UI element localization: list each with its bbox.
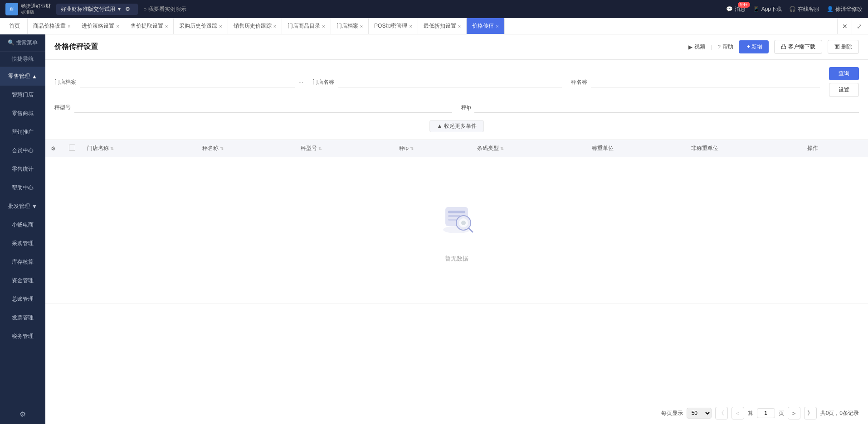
marketing-label: 营销推广 bbox=[12, 128, 34, 136]
page-actions: ▶ 视频 | ? 帮助 + 新增 凸 客户端下载 bbox=[688, 40, 859, 54]
tab-sales-history[interactable]: 销售历史价跟踪 × bbox=[228, 18, 282, 34]
tab-store-catalog[interactable]: 门店商品目录 × bbox=[282, 18, 331, 34]
query-button[interactable]: 查询 bbox=[829, 67, 859, 80]
sidebar-item-finance[interactable]: 资金管理 bbox=[0, 271, 45, 290]
store-profile-input[interactable] bbox=[80, 77, 295, 87]
sidebar-item-purchase[interactable]: 采购管理 bbox=[0, 234, 45, 253]
close-icon[interactable]: × bbox=[409, 24, 412, 29]
close-icon[interactable]: × bbox=[68, 24, 70, 29]
th-non-weight-unit: 非称重单位 bbox=[686, 140, 802, 157]
sort-icon[interactable]: ⇅ bbox=[500, 146, 504, 151]
tab-sale-price[interactable]: 售价提取设置 × bbox=[125, 18, 174, 34]
close-icon[interactable]: × bbox=[165, 24, 168, 29]
chevron-up-icon: ▲ bbox=[32, 73, 37, 80]
messages-button[interactable]: 💬 消息 99+ bbox=[726, 5, 746, 13]
online-service-button[interactable]: 🎧 在线客服 bbox=[789, 5, 819, 13]
first-page-button[interactable]: 《 bbox=[715, 407, 728, 419]
close-icon[interactable]: × bbox=[116, 24, 119, 29]
next-page-button[interactable]: > bbox=[788, 407, 800, 419]
demo-link[interactable]: ○ 我要看实例演示 bbox=[143, 5, 186, 13]
collapse-label: ▲ 收起更多条件 bbox=[437, 122, 476, 130]
dots-icon[interactable]: ··· bbox=[298, 78, 304, 86]
ecommerce-label: 小畅电商 bbox=[12, 221, 34, 229]
tab-sale-price-label: 售价提取设置 bbox=[131, 22, 163, 30]
scale-model-input[interactable] bbox=[74, 102, 452, 113]
svg-rect-2 bbox=[448, 211, 465, 213]
user-area[interactable]: 👤 徐泽华修改 bbox=[827, 5, 863, 13]
tax-label: 税务管理 bbox=[12, 332, 34, 340]
help-link[interactable]: ? 帮助 bbox=[717, 43, 733, 51]
sidebar-item-retail-mall[interactable]: 零售商城 bbox=[0, 104, 45, 123]
sidebar-item-wholesale[interactable]: 批发管理 ▼ bbox=[0, 197, 45, 216]
empty-state-row: 暂无数据 bbox=[45, 157, 868, 304]
settings-filter-button[interactable]: 设置 bbox=[829, 83, 859, 97]
message-icon: 💬 bbox=[726, 6, 733, 12]
close-icon[interactable]: × bbox=[322, 24, 325, 29]
th-operation-label: 操作 bbox=[807, 145, 818, 151]
close-icon[interactable]: × bbox=[360, 24, 363, 29]
tab-bar: 首页 商品价格设置 × 进价策略设置 × 售价提取设置 × 采购历史价跟踪 × … bbox=[0, 18, 868, 34]
sort-icon[interactable]: ⇅ bbox=[220, 146, 224, 151]
scale-name-input[interactable] bbox=[591, 77, 820, 87]
sidebar-item-inventory[interactable]: 库存核算 bbox=[0, 253, 45, 271]
scale-ip-input[interactable] bbox=[474, 102, 859, 113]
video-link[interactable]: ▶ 视频 bbox=[688, 43, 705, 51]
filter-store-profile: 门店档案 ··· bbox=[54, 77, 303, 87]
app-download-button[interactable]: 📱 App下载 bbox=[753, 5, 782, 13]
delete-button[interactable]: 面 删除 bbox=[828, 40, 859, 54]
filter-scale-name: 秤名称 bbox=[571, 77, 820, 87]
sidebar-item-smart-store[interactable]: 智慧门店 bbox=[0, 86, 45, 104]
add-button[interactable]: + 新增 bbox=[739, 40, 769, 53]
page-number-input[interactable] bbox=[757, 408, 775, 418]
maximize-tab-button[interactable]: ⤢ bbox=[852, 18, 866, 34]
settings-icon[interactable]: ⚙ bbox=[20, 410, 26, 418]
tab-min-discount[interactable]: 最低折扣设置 × bbox=[418, 18, 467, 34]
search-icon: 🔍 bbox=[8, 39, 15, 46]
content-area: 价格传秤设置 ▶ 视频 | ? 帮助 + 新增 bbox=[45, 34, 868, 424]
sidebar-item-help[interactable]: 帮助中心 bbox=[0, 178, 45, 197]
version-selector[interactable]: 好业财标准版交付试用 ▾ ⚙ bbox=[56, 4, 138, 15]
page-size-select[interactable]: 10 20 50 100 bbox=[687, 408, 712, 419]
tab-store-profile[interactable]: 门店档案 × bbox=[331, 18, 369, 34]
store-name-input[interactable] bbox=[338, 77, 561, 87]
prev-page-button[interactable]: < bbox=[731, 407, 744, 419]
last-page-button[interactable]: 》 bbox=[804, 407, 817, 419]
sidebar-item-invoice[interactable]: 发票管理 bbox=[0, 308, 45, 327]
th-settings[interactable]: ⚙ bbox=[45, 140, 63, 157]
close-icon[interactable]: × bbox=[496, 24, 498, 29]
main-body: 🔍 搜索菜单 快捷导航 零售管理 ▲ 智慧门店 零售商城 营销推广 会员中心 bbox=[0, 34, 868, 424]
th-store-name: 门店名称 ⇅ bbox=[82, 140, 197, 157]
th-checkbox[interactable] bbox=[63, 140, 82, 157]
top-right-area: 💬 消息 99+ 📱 App下载 🎧 在线客服 👤 徐泽华修改 bbox=[726, 5, 863, 13]
tab-price-scale[interactable]: 价格传秤 × bbox=[467, 18, 504, 34]
sort-icon[interactable]: ⇅ bbox=[110, 146, 114, 151]
page-size-label: 每页显示 bbox=[661, 410, 683, 417]
sort-icon[interactable]: ⇅ bbox=[410, 146, 414, 151]
sidebar-item-marketing[interactable]: 营销推广 bbox=[0, 123, 45, 141]
tab-home[interactable]: 首页 bbox=[2, 18, 28, 34]
sidebar-item-member[interactable]: 会员中心 bbox=[0, 141, 45, 160]
sidebar-item-tax[interactable]: 税务管理 bbox=[0, 327, 45, 346]
select-all-checkbox[interactable] bbox=[69, 145, 75, 151]
tab-pos-management[interactable]: POS加密管理 × bbox=[369, 18, 418, 34]
search-menu[interactable]: 🔍 搜索菜单 bbox=[0, 34, 45, 52]
close-icon[interactable]: × bbox=[273, 24, 276, 29]
sort-icon[interactable]: ⇅ bbox=[318, 146, 322, 151]
tab-product-price[interactable]: 商品价格设置 × bbox=[28, 18, 76, 34]
quick-nav-label: 快捷导航 bbox=[12, 56, 34, 62]
sidebar-item-retail-stats[interactable]: 零售统计 bbox=[0, 160, 45, 178]
tab-purchase-strategy[interactable]: 进价策略设置 × bbox=[76, 18, 125, 34]
close-tab-button[interactable]: ✕ bbox=[837, 18, 852, 34]
download-button[interactable]: 凸 客户端下载 bbox=[774, 40, 822, 54]
sidebar-item-retail[interactable]: 零售管理 ▲ bbox=[0, 67, 45, 86]
svg-rect-4 bbox=[448, 219, 457, 221]
quick-nav[interactable]: 快捷导航 bbox=[0, 52, 45, 67]
sidebar-item-ecommerce[interactable]: 小畅电商 bbox=[0, 216, 45, 234]
settings-icon[interactable]: ⚙ bbox=[125, 6, 130, 12]
tab-purchase-history[interactable]: 采购历史价跟踪 × bbox=[174, 18, 228, 34]
collapse-filter-button[interactable]: ▲ 收起更多条件 bbox=[429, 120, 484, 132]
page-info-label: 算 bbox=[748, 410, 753, 417]
close-icon[interactable]: × bbox=[219, 24, 222, 29]
close-icon[interactable]: × bbox=[458, 24, 461, 29]
sidebar-item-ledger[interactable]: 总账管理 bbox=[0, 290, 45, 308]
